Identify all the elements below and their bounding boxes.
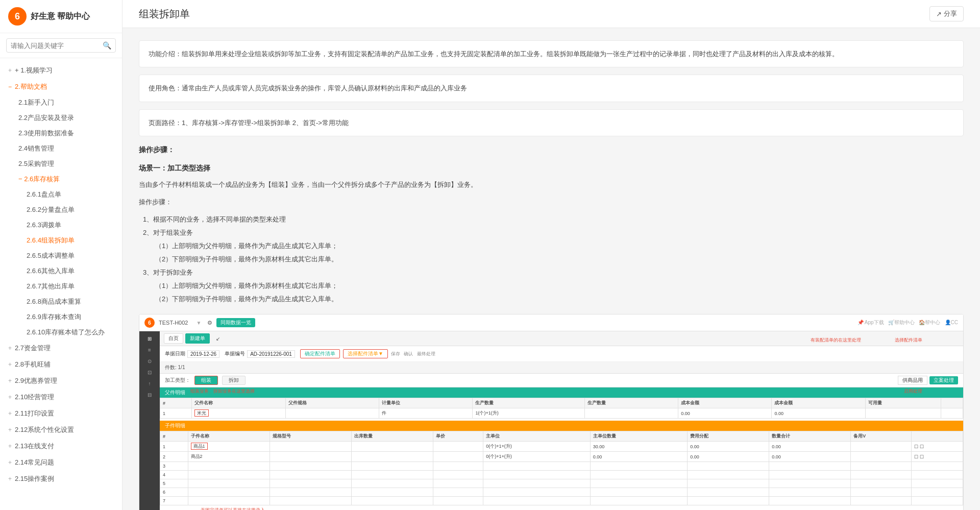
- plus-icon-2: +: [8, 345, 12, 352]
- ss-sidebar-icon3: ⊙: [148, 357, 152, 366]
- ss-child-label: 子件明细: [165, 422, 185, 429]
- sidebar-item-assembly[interactable]: 2.6.4组装拆卸单: [0, 233, 122, 248]
- search-box[interactable]: 🔍: [6, 38, 116, 53]
- sidebar-item-inventory[interactable]: − 2.6库存核算: [0, 172, 122, 187]
- sidebar-item-other-in[interactable]: 2.6.6其他入库单: [0, 263, 122, 279]
- annotation-text-2: 选择配件清单: [895, 337, 922, 344]
- sidebar-item-finance[interactable]: + 2.7资金管理: [0, 340, 122, 356]
- share-icon: ↗: [936, 10, 942, 18]
- ss-parent-section-bar: 父件明细: [160, 387, 963, 398]
- ss-parent-table: # 父件名称 父件规格 计量单位 生产数量 生产数量 成本金额 成本金额 可用量: [160, 398, 963, 419]
- ss-tab-new[interactable]: 新建单: [185, 333, 210, 344]
- ss-order-field: 单据编号 AD-20191226-001: [225, 350, 295, 358]
- sidebar-item-video[interactable]: + + 1.视频学习: [0, 62, 122, 79]
- ss-annotation-area1: 确定配件清单 选择配件清单▼ 保存 确认 最终处理: [300, 349, 435, 358]
- sidebar-item-settings[interactable]: + 2.12系统个性化设置: [0, 422, 122, 438]
- intro-text-2: 使用角色：通常由生产人员或库管人员完成拆装业务的操作，库管人员确认原材料的出库和…: [149, 84, 467, 92]
- ss-order-value[interactable]: AD-20191226-001: [247, 350, 295, 358]
- ss-type-disassembly[interactable]: 拆卸: [222, 376, 246, 385]
- sidebar-item-cases[interactable]: + 2.15操作案例: [0, 471, 122, 487]
- cell-prod-qty: 1(个)+1(升): [473, 408, 584, 419]
- sidebar-item-install[interactable]: 2.2产品安装及登录: [0, 110, 122, 126]
- ops-steps-heading: 操作步骤：: [139, 196, 964, 209]
- content-area: 功能介绍：组装拆卸单用来处理企业组装或拆卸等加工业务，支持有固定装配清单的产品加…: [122, 28, 980, 510]
- child-col-main-unit: 主单位: [483, 431, 590, 442]
- cell-avail: [865, 408, 941, 419]
- sidebar-item-newbie[interactable]: 2.1新手入门: [0, 95, 122, 110]
- ss-left-sidebar: ⊞ ≡ ⊙ ⊡ ↑ ⊟: [139, 331, 160, 510]
- ss-type-label: 加工类型：: [165, 377, 190, 384]
- cell-row-num: 1: [160, 408, 192, 419]
- annotation-text-3: 组装业务、拆卸业务在这里选择: [190, 388, 255, 395]
- ss-confirm-btn[interactable]: 确定配件清单: [300, 349, 340, 358]
- sidebar-item-ledger-fix[interactable]: 2.6.10库存账本错了怎么办: [0, 325, 122, 340]
- step3-sub2: （2）下部明细为子件明细，最终作为产成品生成其它入库单。: [155, 293, 964, 306]
- child-col-price: 单价: [433, 431, 483, 442]
- search-area: 🔍: [0, 33, 122, 58]
- sidebar-item-cost-recalc[interactable]: 2.6.8商品成本重算: [0, 294, 122, 309]
- sidebar-item-print[interactable]: + 2.11打印设置: [0, 405, 122, 422]
- sidebar-item-coupon[interactable]: + 2.9优惠券管理: [0, 373, 122, 389]
- ss-top-icons: 📌 App下载 🛒帮助中心 🏠帮中心 👤CC: [857, 319, 958, 326]
- main-area: 组装拆卸单 ↗ 分享 功能介绍：组装拆卸单用来处理企业组装或拆卸等加工业务，支持…: [122, 0, 980, 510]
- plus-icon-10: +: [8, 475, 12, 482]
- child-col-main-qty: 主单位数量: [590, 431, 688, 442]
- plus-icon-8: +: [8, 443, 12, 450]
- annotation-text-5: 无固定清单可以直接在这里录入: [201, 507, 265, 510]
- sidebar: 6 好生意 帮助中心 🔍 + + 1.视频学习 − 2.帮助文档 2.1新手入门…: [0, 0, 122, 510]
- sidebar-item-help-docs[interactable]: − 2.帮助文档: [0, 79, 122, 95]
- ss-type-assembly[interactable]: 组装: [194, 376, 218, 385]
- sidebar-item-faq[interactable]: + 2.14常见问题: [0, 454, 122, 471]
- ss-main-content: 自页 新建单 ↙ 单据日期 2019-12-26 单据编号: [160, 331, 963, 510]
- cell-cost1: 0.00: [678, 408, 772, 419]
- child-row-5: 5: [160, 479, 963, 488]
- sidebar-item-stocktake[interactable]: 2.6.1盘点单: [0, 187, 122, 202]
- child-col-cost-alloc: 费用分配: [688, 431, 769, 442]
- ss-orange-select-btn[interactable]: 选择配件清单▼: [343, 349, 388, 358]
- share-button[interactable]: ↗ 分享: [929, 6, 964, 21]
- search-input[interactable]: [11, 42, 103, 50]
- col-parent-name: 父件名称: [192, 398, 285, 408]
- ss-apply-btn[interactable]: 立案处理: [929, 376, 958, 384]
- plus-icon-6: +: [8, 410, 12, 417]
- parent-table-row: 1 米光 件 1(个)+1(升) 0.00 0.00: [160, 408, 963, 419]
- child-col-ops: [912, 431, 963, 442]
- nav-tree: + + 1.视频学习 − 2.帮助文档 2.1新手入门 2.2产品安装及登录 2…: [0, 58, 122, 510]
- sidebar-item-other-out[interactable]: 2.6.7其他出库单: [0, 279, 122, 294]
- child-col-spec: 规格型号: [270, 431, 351, 442]
- sidebar-item-payment[interactable]: + 2.13在线支付: [0, 438, 122, 454]
- ss-enable-input[interactable]: 供商品用: [898, 376, 927, 385]
- cell-parent-name: 米光: [192, 408, 285, 419]
- ss-date-value[interactable]: 2019-12-26: [187, 350, 219, 358]
- sidebar-item-prepare[interactable]: 2.3使用前数据准备: [0, 126, 122, 141]
- ss-date-field: 单据日期 2019-12-26: [165, 350, 219, 358]
- step2: 2、对于组装业务: [143, 226, 964, 239]
- ss-header: 6 TEST-H002 ▼ ⚙ 同期数据一览 📌 App下载 🛒帮助中心 🏠帮中…: [139, 314, 963, 331]
- sidebar-item-cost-adjust[interactable]: 2.6.5成本调整单: [0, 248, 122, 263]
- sidebar-item-sales[interactable]: 2.4销售管理: [0, 141, 122, 156]
- col-hash: #: [160, 398, 192, 408]
- sidebar-item-purchase[interactable]: 2.5采购管理: [0, 156, 122, 172]
- cell-prod-qty2: [584, 408, 678, 419]
- sidebar-item-mobile[interactable]: + 2.8手机旺辅: [0, 356, 122, 373]
- logo-icon: 6: [8, 7, 27, 26]
- ss-header-id: TEST-H002: [159, 320, 188, 326]
- plus-icon-7: +: [8, 426, 12, 433]
- plus-icon: +: [8, 67, 12, 74]
- child-row-6: 6: [160, 488, 963, 497]
- child-col-name: 子件名称: [188, 431, 270, 442]
- sidebar-item-operations[interactable]: + 2.10经营管理: [0, 389, 122, 405]
- ss-green-nav-btn: 同期数据一览: [216, 318, 255, 327]
- ss-tab-all[interactable]: 自页: [164, 333, 183, 344]
- step3: 3、对于拆卸业务: [143, 266, 964, 279]
- sidebar-item-partial-stocktake[interactable]: 2.6.2分量盘点单: [0, 202, 122, 217]
- ss-date-label: 单据日期: [165, 350, 185, 357]
- ss-body: ⊞ ≡ ⊙ ⊡ ↑ ⊟ 自页 新建单 ↙: [139, 331, 963, 510]
- sidebar-item-transfer[interactable]: 2.6.3调拨单: [0, 217, 122, 233]
- ss-enable-area: 供商品用 立案处理 启用处理: [898, 376, 958, 385]
- sidebar-item-ledger-query[interactable]: 2.6.9库存账本查询: [0, 309, 122, 325]
- path-block: 页面路径：1、库存核算->库存管理->组装拆卸单 2、首页->常用功能: [139, 109, 964, 136]
- search-icon[interactable]: 🔍: [103, 41, 111, 50]
- col-prod-qty: 生产数量: [473, 398, 584, 408]
- col-action: [941, 398, 963, 408]
